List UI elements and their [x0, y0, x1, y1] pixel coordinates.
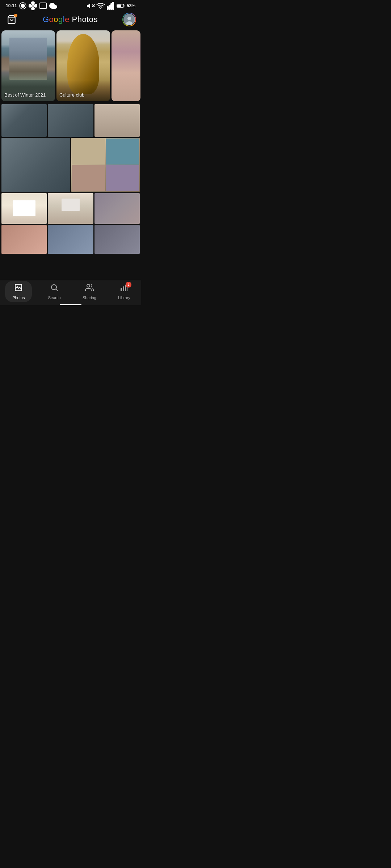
photos-icon — [14, 283, 23, 294]
avatar-silhouette — [124, 14, 134, 25]
photo-cell[interactable] — [1, 193, 47, 224]
sharing-svg — [85, 283, 94, 292]
record-icon — [18, 1, 27, 10]
svg-rect-19 — [121, 288, 122, 291]
sharing-nav-label: Sharing — [83, 295, 96, 300]
cloud-icon — [49, 1, 58, 10]
nav-item-search[interactable]: Search — [42, 282, 67, 301]
status-bar: 10:11 — [0, 0, 141, 10]
svg-rect-7 — [111, 4, 112, 9]
fan-icon — [29, 1, 37, 10]
battery-percent: 53% — [127, 3, 135, 8]
photo-cell[interactable] — [94, 193, 140, 224]
app-header: Google Photos — [0, 10, 141, 30]
album-card-winter[interactable]: Best of Winter 2021 — [1, 30, 55, 101]
photo-grid-1 — [0, 104, 141, 137]
photo-cell[interactable] — [1, 104, 47, 137]
status-indicators: 53% — [86, 1, 135, 10]
large-photo-cell[interactable] — [71, 138, 140, 192]
large-photo-section — [0, 138, 141, 192]
svg-rect-10 — [117, 5, 121, 7]
nav-item-sharing[interactable]: Sharing — [77, 282, 102, 301]
nav-item-library[interactable]: 2 Library — [112, 282, 136, 301]
shopping-bag-button[interactable] — [5, 13, 18, 26]
svg-rect-20 — [123, 286, 124, 291]
nav-indicator — [60, 304, 81, 305]
sharing-icon — [85, 283, 94, 294]
main-content: Best of Winter 2021 Culture club — [0, 30, 141, 280]
photo-grid-2 — [0, 193, 141, 224]
album-card-partial[interactable] — [112, 30, 140, 101]
svg-point-16 — [17, 286, 18, 287]
user-avatar[interactable] — [122, 13, 136, 26]
tablet-icon — [39, 1, 47, 10]
battery-icon — [117, 1, 125, 10]
photo-grid-3 — [0, 225, 141, 254]
svg-point-13 — [127, 17, 131, 20]
svg-point-0 — [21, 4, 25, 8]
photo-cell[interactable] — [48, 193, 93, 224]
library-badge: 2 — [126, 282, 131, 288]
svg-rect-6 — [109, 5, 110, 9]
status-time: 10:11 — [6, 1, 58, 10]
photos-svg — [14, 283, 23, 292]
albums-row: Best of Winter 2021 Culture club — [0, 30, 141, 103]
photo-cell[interactable] — [48, 104, 93, 137]
photo-cell[interactable] — [1, 225, 47, 254]
album-card-culture[interactable]: Culture club — [56, 30, 110, 101]
photos-nav-label: Photos — [12, 295, 25, 300]
library-nav-label: Library — [118, 295, 130, 300]
mute-icon — [86, 1, 95, 10]
bag-notification-dot — [14, 14, 17, 17]
photo-cell[interactable] — [94, 225, 140, 254]
album-culture-label: Culture club — [59, 92, 84, 98]
bottom-navigation: Photos Search Sharing — [0, 280, 141, 305]
wifi-icon — [96, 1, 105, 10]
library-icon: 2 — [120, 283, 129, 294]
search-icon — [50, 283, 59, 294]
svg-rect-8 — [113, 2, 114, 9]
large-photo-cell[interactable] — [1, 138, 70, 192]
app-logo: Google Photos — [43, 15, 98, 24]
photo-cell[interactable] — [94, 104, 140, 137]
search-nav-label: Search — [48, 295, 61, 300]
avatar-image — [123, 14, 135, 25]
signal-icon — [106, 1, 115, 10]
svg-rect-5 — [107, 7, 108, 9]
photo-cell[interactable] — [48, 225, 93, 254]
svg-point-17 — [51, 285, 56, 290]
album-winter-label: Best of Winter 2021 — [4, 92, 46, 98]
nav-item-photos[interactable]: Photos — [5, 281, 32, 302]
search-svg — [50, 283, 59, 292]
svg-rect-2 — [40, 3, 46, 9]
svg-point-18 — [87, 284, 90, 287]
